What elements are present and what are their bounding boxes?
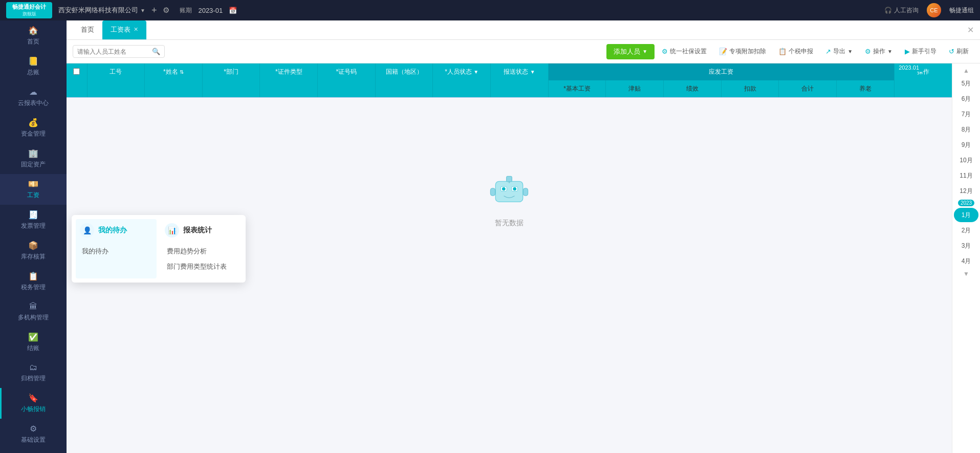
col-person-status: *人员状态 ▼ — [433, 63, 491, 80]
export-button[interactable]: ↗ 导出 ▼ — [820, 45, 858, 58]
sub-col-basic-salary: *基本工资 — [548, 80, 606, 98]
company-name: 西安虾米网络科技有限公司 — [58, 6, 138, 15]
month-8[interactable]: 8月 — [954, 122, 978, 137]
header-right: 🎧 人工咨询 CE 畅捷通组 — [884, 3, 974, 17]
month-1[interactable]: 1月 — [954, 208, 978, 222]
guide-btn-icon: ▶ — [905, 48, 910, 55]
month-3[interactable]: 3月 — [954, 239, 978, 253]
search-box: 🔍 — [73, 45, 165, 58]
tab-close-all-button[interactable]: ✕ — [967, 25, 974, 35]
empty-text: 暂无数据 — [495, 219, 524, 228]
tab-salary[interactable]: 工资表 ✕ — [102, 20, 146, 39]
sidebar-item-close-account[interactable]: ✅ 结账 — [0, 327, 67, 358]
month-12[interactable]: 12月 — [954, 184, 978, 198]
sidebar-item-cloud-report[interactable]: ☁ 云报表中心 — [0, 82, 67, 113]
sidebar-label-salary: 工资 — [27, 191, 39, 200]
sidebar-item-fixed-assets[interactable]: 🏢 固定资产 — [0, 143, 67, 174]
sidebar-item-salary[interactable]: 💴 工资 — [0, 174, 67, 205]
month-9[interactable]: 9月 — [954, 138, 978, 152]
customer-service-button[interactable]: 🎧 人工咨询 — [884, 6, 919, 15]
sidebar-label-cloud: 云报表中心 — [18, 99, 49, 107]
month-nav-down[interactable]: ▼ — [958, 269, 974, 279]
sidebar-item-tax[interactable]: 📋 税务管理 — [0, 266, 67, 297]
sidebar-item-home[interactable]: 🏠 首页 — [0, 20, 67, 51]
refresh-button[interactable]: ↺ 刷新 — [944, 45, 974, 58]
month-5[interactable]: 5月 — [954, 76, 978, 91]
logo-text2: 旗舰版 — [23, 11, 36, 17]
search-input[interactable] — [77, 48, 149, 55]
year-badge: 2023 — [958, 200, 974, 206]
salary-icon: 💴 — [28, 179, 38, 189]
col-nationality: 国籍（地区） — [375, 63, 433, 80]
month-nav-up[interactable]: ▲ — [958, 66, 974, 76]
inventory-icon: 📦 — [28, 241, 38, 250]
user-name[interactable]: 畅捷通组 — [949, 6, 974, 15]
export-icon: ↗ — [825, 48, 831, 55]
sub-col-allowance: 津贴 — [606, 80, 664, 98]
sidebar-label-home: 首页 — [27, 37, 39, 46]
col-id-number: *证号码 — [318, 63, 376, 80]
month-2[interactable]: 2月 — [954, 223, 978, 238]
assets-icon: 🏢 — [28, 148, 38, 158]
add-person-dropdown-icon: ▼ — [642, 49, 647, 54]
sidebar-item-inventory[interactable]: 📦 库存核算 — [0, 235, 67, 266]
tab-bar: 首页 工资表 ✕ ✕ — [67, 20, 980, 40]
reports-col-icon: 📊 — [165, 223, 179, 238]
header-add-button[interactable]: + — [151, 5, 157, 16]
svg-point-4 — [513, 187, 516, 191]
tax-report-button[interactable]: 📋 个税申报 — [773, 45, 818, 58]
select-all-checkbox[interactable] — [73, 68, 80, 75]
operation-button[interactable]: ⚙ 操作 ▼ — [860, 45, 898, 58]
tab-home-label: 首页 — [81, 25, 94, 34]
sidebar-item-invoice[interactable]: 🧾 发票管理 — [0, 205, 67, 235]
sidebar-label-invoice: 发票管理 — [21, 222, 46, 230]
sidebar-item-archive[interactable]: 🗂 归档管理 — [0, 358, 67, 388]
sidebar-item-settings[interactable]: ⚙ 基础设置 — [0, 419, 67, 449]
tab-close-icon[interactable]: ✕ — [134, 26, 138, 33]
add-person-button[interactable]: 添加人员 ▼ — [606, 44, 655, 59]
company-selector[interactable]: 西安虾米网络科技有限公司 ▼ — [58, 6, 145, 15]
multiorg-icon: 🏛 — [29, 302, 37, 311]
col-department: *部门 — [202, 63, 260, 80]
tab-home[interactable]: 首页 — [73, 20, 102, 39]
sidebar-label-xiaochang: 小畅报销 — [21, 405, 46, 414]
month-panel: ▲ 5月 6月 7月 8月 9月 10月 11月 12月 2023 1月 2月 … — [952, 63, 980, 453]
special-deduction-button[interactable]: 📝 专项附加扣除 — [714, 45, 771, 58]
col-report-status: 报送状态 ▼ — [491, 63, 549, 80]
period-value: 2023-01 — [198, 7, 223, 14]
add-person-label: 添加人员 — [614, 47, 640, 56]
sidebar-item-ledger[interactable]: 📒 总账 — [0, 51, 67, 82]
sub-col-performance: 绩效 — [664, 80, 722, 98]
month-7[interactable]: 7月 — [954, 107, 978, 121]
sidebar-label-close: 结账 — [27, 344, 39, 353]
month-4[interactable]: 4月 — [954, 254, 978, 268]
month-10[interactable]: 10月 — [954, 153, 978, 167]
popup-col-todo-title: 我的待办 — [98, 226, 127, 235]
social-insurance-button[interactable]: ⚙ 统一社保设置 — [657, 45, 712, 58]
home-icon: 🏠 — [28, 26, 38, 35]
tax-report-icon: 📋 — [778, 48, 787, 55]
svg-point-3 — [502, 187, 506, 191]
op-dropdown-icon: ▼ — [887, 49, 892, 54]
month-11[interactable]: 11月 — [954, 168, 978, 183]
sidebar-label-assets: 固定资产 — [21, 160, 46, 169]
popup-item-expense-trend[interactable]: 费用趋势分析 — [165, 244, 237, 259]
sidebar-item-xiaochang[interactable]: 🔖 小畅报销 — [0, 388, 67, 419]
headset-icon: 🎧 — [884, 7, 892, 14]
company-dropdown-icon: ▼ — [140, 8, 145, 13]
sidebar-item-guide[interactable]: ▶ 新手引导 — [0, 449, 67, 453]
sidebar-item-funds[interactable]: 💰 资金管理 — [0, 113, 67, 143]
month-6[interactable]: 6月 — [954, 92, 978, 106]
popup-item-my-todo[interactable]: 我的待办 — [80, 244, 153, 259]
dropdown-popup: 👤 我的待办 我的待办 📊 报表统计 费用趋势分析 部门费用类型统计表 — [72, 215, 246, 283]
popup-item-dept-expense[interactable]: 部门费用类型统计表 — [165, 259, 237, 274]
xiaochang-icon: 🔖 — [28, 393, 38, 403]
header-settings-icon[interactable]: ⚙ — [163, 6, 169, 15]
checkbox-col-header — [67, 63, 87, 80]
svg-rect-0 — [495, 181, 522, 202]
calendar-icon[interactable]: 📅 — [229, 7, 237, 14]
guide-button[interactable]: ▶ 新手引导 — [900, 45, 942, 58]
sidebar-label-archive: 归档管理 — [21, 374, 46, 383]
sidebar-item-multiorg[interactable]: 🏛 多机构管理 — [0, 297, 67, 327]
logo-text1: 畅捷通好会计 — [12, 3, 46, 11]
